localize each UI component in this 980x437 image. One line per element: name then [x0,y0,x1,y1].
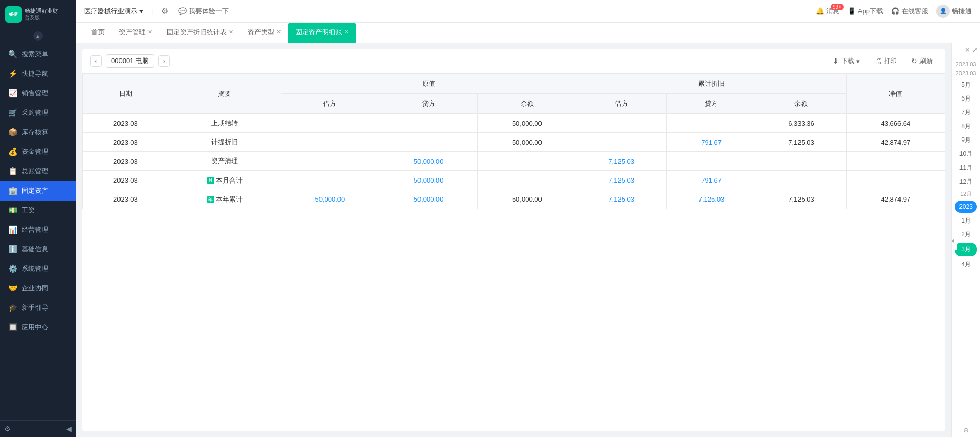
month-item[interactable]: 11月 [952,161,980,175]
panel-add-btn[interactable]: ⊕ [952,423,980,437]
app-download-btn[interactable]: 📱 App下载 [848,7,883,16]
year-active-badge[interactable]: 2023 [955,201,977,213]
cell-orig-balance: 50,000.00 [478,114,576,133]
refresh-icon: ↻ [911,57,917,65]
download-btn[interactable]: ⬇ 下载 ▾ [829,54,864,68]
month-item-4[interactable]: 4月 [952,257,980,271]
cell-acc-debit: 7,125.03 [576,190,666,209]
right-panel-header: ✕ ⤢ [952,43,980,57]
sidebar-item-label-search: 搜索菜单 [22,50,48,59]
tab-label-home: 首页 [91,28,105,37]
month-item[interactable]: 6月 [952,92,980,106]
company-name: 医疗器械行业演示 [84,7,137,16]
sidebar-item-finance[interactable]: 💰 资金管理 [0,142,76,162]
cell-summary: 月本月合计 [169,171,281,190]
col-orig-credit: 贷方 [379,94,478,114]
sidebar-item-fixed-assets[interactable]: 🏢 固定资产 [0,181,76,201]
cell-orig-balance [478,152,576,171]
logo-icon: 畅捷 [5,6,22,23]
sidebar-item-salary[interactable]: 💵 工资 [0,201,76,220]
sidebar-item-quick-nav[interactable]: ⚡ 快捷导航 [0,64,76,84]
service-label: 在线客服 [902,7,928,16]
month-item[interactable]: 10月 [952,147,980,161]
cell-net-value: 42,874.97 [846,190,945,209]
col-orig-debit: 借方 [281,94,379,114]
app-center-icon: 🔲 [8,323,17,332]
tab-asset-detail[interactable]: 固定资产明细账 ✕ [288,23,356,43]
panel-expand-icon[interactable]: ⤢ [972,46,978,54]
month-item[interactable]: 5月 [952,78,980,92]
sidebar-logo: 畅捷 畅捷通好业财 普及版 [0,0,76,29]
data-table-wrapper: 日期 摘要 原值 累计折旧 净值 借方 贷方 余额 借方 贷方 余额 [82,73,945,431]
month-item[interactable]: 12月 [952,175,980,189]
sidebar-item-ledger[interactable]: 📋 总账管理 [0,162,76,181]
prev-asset-btn[interactable]: ‹ [90,55,102,67]
sidebar-item-label-salary: 工资 [22,206,35,215]
cell-orig-balance [478,171,576,190]
search-icon: 🔍 [8,50,17,59]
sidebar-item-collab[interactable]: 🤝 企业协同 [0,279,76,298]
tab-close-asset-detail[interactable]: ✕ [344,29,349,35]
tab-depreciation-stats[interactable]: 固定资产折旧统计表 ✕ [159,23,241,43]
cell-date: 2023-03 [83,133,169,152]
sidebar-settings-icon[interactable]: ⚙ [4,425,11,433]
sidebar-bottom: ⚙ ◀ [0,420,76,437]
sidebar-item-base-info[interactable]: ℹ️ 基础信息 [0,240,76,259]
sidebar-scroll-up-btn[interactable]: ▲ [33,31,43,41]
experience-btn[interactable]: 💬 我要体验一下 [178,7,229,16]
month-item[interactable]: 1月 [952,214,980,228]
sidebar-collapse-icon[interactable]: ◀ [66,425,72,433]
sidebar-item-label-purchase: 采购管理 [22,108,48,117]
right-year-active-label: 12月 [952,189,980,200]
month-item[interactable]: 7月 [952,106,980,120]
panel-close-btn[interactable]: ✕ [965,46,970,54]
cell-orig-credit: 50,000.00 [379,190,478,209]
sidebar-item-search[interactable]: 🔍 搜索菜单 [0,45,76,64]
cell-date: 2023-03 [83,190,169,209]
tab-close-asset-type[interactable]: ✕ [276,29,281,35]
cell-net-value [846,152,945,171]
col-acc-credit: 贷方 [666,94,756,114]
sales-icon: 📈 [8,89,17,98]
cell-net-value [846,171,945,190]
service-btn[interactable]: 🎧 在线客服 [891,7,928,16]
tab-label-depreciation-stats: 固定资产折旧统计表 [167,28,227,37]
sidebar-item-sales[interactable]: 📈 销售管理 [0,84,76,103]
cell-orig-debit [281,133,379,152]
tab-home[interactable]: 首页 [84,23,112,43]
sidebar-item-label-finance: 资金管理 [22,147,48,156]
next-asset-btn[interactable]: › [158,55,170,67]
cell-orig-credit [379,133,478,152]
fixed-assets-icon: 🏢 [8,186,17,195]
month-item[interactable]: 9月 [952,133,980,147]
company-selector[interactable]: 医疗器械行业演示 ▾ [84,7,143,16]
col-orig-balance: 余额 [478,94,576,114]
sidebar-item-app-center[interactable]: 🔲 应用中心 [0,317,76,337]
sidebar-item-operations[interactable]: 📊 经营管理 [0,220,76,240]
sidebar-item-guide[interactable]: 🎓 新手引导 [0,298,76,317]
sidebar-item-inventory[interactable]: 📦 库存核算 [0,123,76,142]
tab-label-asset-detail: 固定资产明细账 [295,28,342,37]
refresh-btn[interactable]: ↻ 刷新 [907,54,937,68]
month-item[interactable]: 8月 [952,120,980,133]
finance-icon: 💰 [8,147,17,156]
salary-icon: 💵 [8,206,17,215]
topbar-settings-icon[interactable]: ⚙ [161,6,168,16]
tab-close-depreciation-stats[interactable]: ✕ [229,29,233,35]
tab-asset-type[interactable]: 资产类型 ✕ [241,23,288,43]
right-year-label-top2: 2023.03 [952,69,980,78]
msg-btn[interactable]: 🔔 消息 99+ [816,7,839,16]
sidebar-item-sys-mgmt[interactable]: ⚙️ 系统管理 [0,259,76,279]
active-month-item[interactable]: 3月 [955,243,977,256]
content-toolbar: ‹ 000001 电脑 › ⬇ 下载 ▾ 🖨 打印 ↻ 刷新 [82,49,945,73]
tab-close-asset-mgmt[interactable]: ✕ [148,29,152,35]
base-info-icon: ℹ️ [8,245,17,254]
sidebar: 畅捷 畅捷通好业财 普及版 ▲ 🔍 搜索菜单⚡ 快捷导航📈 销售管理🛒 采购管理… [0,0,76,437]
sidebar-item-purchase[interactable]: 🛒 采购管理 [0,103,76,123]
print-btn[interactable]: 🖨 打印 [870,54,901,68]
inventory-icon: 📦 [8,128,17,137]
panel-expand-btn[interactable]: ◀ [951,230,957,250]
purchase-icon: 🛒 [8,108,17,117]
tab-asset-mgmt[interactable]: 资产管理 ✕ [112,23,159,43]
user-info[interactable]: 👤 畅捷通 [936,5,972,18]
